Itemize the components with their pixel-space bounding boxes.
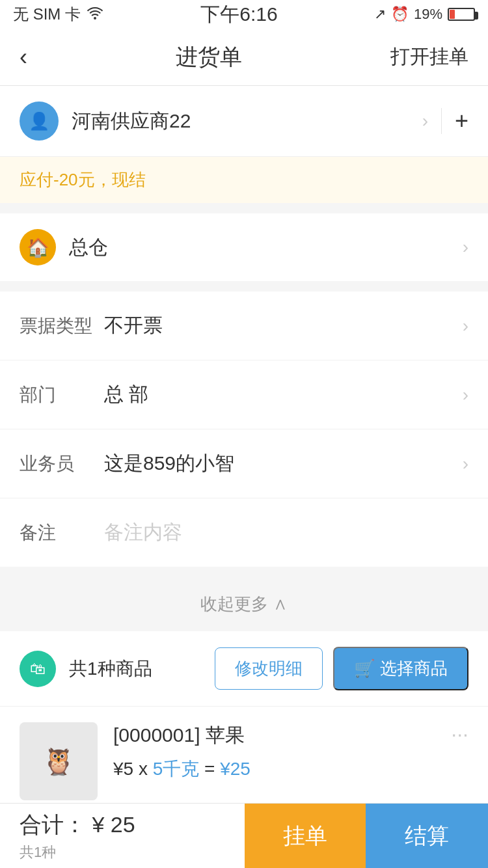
select-product-button[interactable]: 🛒 选择商品	[333, 647, 468, 690]
department-chevron-icon: ›	[463, 385, 468, 405]
divider	[441, 108, 442, 134]
status-bar: 无 SIM 卡 下午6:16 ↗ ⏰ 19%	[0, 0, 488, 29]
product-menu-button[interactable]: ···	[451, 722, 468, 746]
battery-percent: 19%	[414, 6, 442, 23]
ticket-type-label: 票据类型	[20, 314, 104, 338]
product-placeholder-icon: 🦉	[42, 746, 75, 777]
product-header: 🛍 共1种商品 修改明细 🛒 选择商品	[0, 631, 488, 707]
location-icon: ↗	[374, 6, 386, 23]
remark-input[interactable]: 备注内容	[104, 519, 468, 546]
product-name: [0000001] 苹果	[113, 722, 451, 749]
ticket-type-value: 不开票	[104, 312, 463, 339]
product-title: 苹果	[206, 724, 245, 746]
total-price: ¥25	[220, 759, 251, 779]
alarm-icon: ⏰	[391, 6, 409, 23]
form-section: 票据类型 不开票 › 部门 总 部 › 业务员 这是859的小智 › 备注 备注…	[0, 292, 488, 567]
back-button[interactable]: ‹	[20, 44, 27, 71]
quantity: 5千克	[153, 759, 200, 779]
salesperson-label: 业务员	[20, 452, 104, 476]
total-value: ¥ 25	[92, 812, 135, 837]
status-time: 下午6:16	[200, 1, 277, 28]
product-count: 共1种商品	[69, 657, 215, 681]
salesperson-chevron-icon: ›	[463, 454, 468, 474]
remark-label: 备注	[20, 521, 104, 545]
warehouse-icon: 🏠	[20, 229, 56, 265]
battery-icon	[448, 8, 475, 21]
product-section: 🛍 共1种商品 修改明细 🛒 选择商品 🦉 [0000001] 苹果 ¥5 x	[0, 631, 488, 816]
collapse-label: 收起更多 ∧	[200, 594, 287, 614]
product-id: [0000001]	[113, 724, 206, 746]
supplier-section: 👤 河南供应商22 › + 应付-20元，现结	[0, 86, 488, 203]
department-row[interactable]: 部门 总 部 ›	[0, 360, 488, 429]
collapse-bar[interactable]: 收起更多 ∧	[0, 577, 488, 631]
product-header-icon: 🛍	[20, 651, 56, 687]
notice-bar: 应付-20元，现结	[0, 157, 488, 203]
total-section: 合计： ¥ 25 共1种	[0, 810, 245, 862]
notice-text: 应付-20元，现结	[20, 170, 146, 189]
select-product-label: 选择商品	[380, 657, 448, 680]
total-label: 合计：	[20, 812, 86, 837]
product-thumbnail: 🦉	[20, 722, 98, 800]
add-button[interactable]: +	[455, 107, 468, 135]
avatar-icon: 👤	[29, 111, 49, 131]
product-price: ¥5 x 5千克 = ¥25	[113, 757, 451, 781]
hang-order-button[interactable]: 挂单	[245, 804, 366, 869]
ticket-chevron-icon: ›	[463, 316, 468, 336]
warehouse-row[interactable]: 🏠 总仓 ›	[0, 213, 488, 281]
warehouse-section: 🏠 总仓 ›	[0, 213, 488, 281]
supplier-avatar: 👤	[20, 102, 59, 141]
ticket-type-row[interactable]: 票据类型 不开票 ›	[0, 292, 488, 360]
total-amount: 合计： ¥ 25	[20, 810, 225, 840]
salesperson-value: 这是859的小智	[104, 450, 463, 477]
salesperson-row[interactable]: 业务员 这是859的小智 ›	[0, 429, 488, 498]
supplier-name: 河南供应商22	[72, 108, 422, 135]
select-cart-icon: 🛒	[354, 658, 375, 679]
department-value: 总 部	[104, 381, 463, 408]
remark-row[interactable]: 备注 备注内容	[0, 498, 488, 567]
product-info: [0000001] 苹果 ¥5 x 5千克 = ¥25	[113, 722, 451, 781]
status-carrier: 无 SIM 卡	[13, 4, 104, 25]
house-icon: 🏠	[27, 237, 49, 258]
status-indicators: ↗ ⏰ 19%	[374, 6, 475, 23]
main-content: 👤 河南供应商22 › + 应付-20元，现结 🏠 总仓 › 票据类型 不开票 …	[0, 86, 488, 816]
wifi-icon	[86, 5, 104, 23]
department-label: 部门	[20, 383, 104, 407]
warehouse-chevron-icon: ›	[463, 237, 468, 258]
settle-button[interactable]: 结算	[366, 804, 488, 869]
bottom-bar: 合计： ¥ 25 共1种 挂单 结算	[0, 803, 488, 868]
warehouse-name: 总仓	[69, 234, 463, 261]
nav-bar: ‹ 进货单 打开挂单	[0, 29, 488, 86]
equals: =	[204, 759, 220, 779]
page-title: 进货单	[176, 42, 242, 72]
unit-price: ¥5 x	[113, 759, 153, 779]
supplier-row[interactable]: 👤 河南供应商22 › +	[0, 86, 488, 157]
supplier-chevron-icon: ›	[422, 111, 428, 131]
total-count: 共1种	[20, 843, 225, 862]
carrier-text: 无 SIM 卡	[13, 4, 81, 25]
cart-icon: 🛍	[30, 660, 46, 678]
edit-detail-button[interactable]: 修改明细	[215, 647, 323, 690]
open-hang-button[interactable]: 打开挂单	[390, 44, 468, 70]
product-item: 🦉 [0000001] 苹果 ¥5 x 5千克 = ¥25 ···	[0, 707, 488, 816]
